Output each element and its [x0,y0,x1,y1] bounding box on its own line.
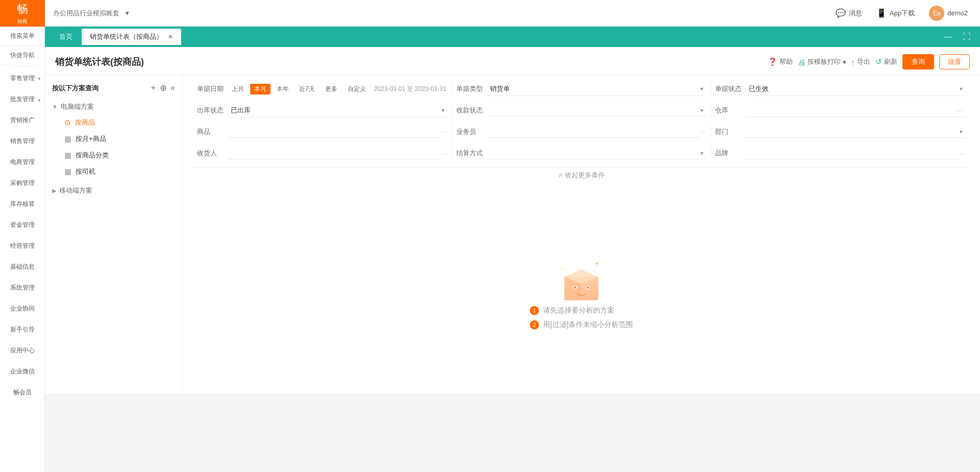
date-range-text: 2023-03-01 至 2023-03-31 [374,85,446,93]
tabbar-controls: — ⛶ [941,30,974,44]
date-pill-custom[interactable]: 自定义 [344,84,370,95]
collapse-filters-button[interactable]: ∧ 收起更多条件 [193,167,970,183]
pc-section-header[interactable]: ▼ 电脑端方案 [45,99,182,114]
date-pill-7days[interactable]: 近7天 [295,84,319,95]
date-pill-thisyear[interactable]: 本年 [273,84,293,95]
empty-state: ✦ ✦ 1 请先选择要分析的方案 2 用[过滤]条件来缩小分析范围 [183,189,980,393]
sidebar-item-quicknav[interactable]: 快捷导航 [0,46,44,65]
scheme-by-driver[interactable]: ▦ 按司机 [45,163,182,180]
scheme-by-category[interactable]: ▦ 按商品分类 [45,147,182,163]
warehouse-dots[interactable]: ··· [957,106,963,114]
sidebar-item-wechat[interactable]: 企业微信 [0,361,44,382]
doc-type-dropdown[interactable]: 销货单 ▾ [487,82,707,96]
sidebar-item-wholesale[interactable]: 批发管理 [0,89,44,110]
empty-tip-1: 1 请先选择要分析的方案 [530,306,633,315]
sidebar-item-member[interactable]: 畅会员 [0,382,44,403]
tab-home[interactable]: 首页 [51,29,81,45]
salesperson-input[interactable] [487,126,701,138]
department-dropdown[interactable]: ▾ [746,126,966,138]
brand-dots[interactable]: ··· [960,149,966,157]
svg-point-5 [574,286,576,289]
sidebar-item-search[interactable]: 搜索菜单 [0,27,44,46]
consignee-dots[interactable]: ··· [442,149,448,157]
empty-illustration: ✦ ✦ [556,253,607,306]
date-pill-more[interactable]: 更多 [321,84,341,95]
page-body: 按以下方案查询 + ⊕ « ▼ 电脑端方案 ⊙ [45,75,980,393]
pc-section-title: 电脑端方案 [61,102,94,111]
brand-input[interactable] [746,147,960,159]
tab-home-label: 首页 [59,32,72,41]
minimize-button[interactable]: — [941,30,955,44]
sidebar-item-system[interactable]: 系统管理 [0,277,44,298]
query-button[interactable]: 查询 [902,54,934,69]
settings-button[interactable]: 设置 [939,54,970,69]
tab-sales-stats[interactable]: 销货单统计表（按商品） ✕ [82,29,181,45]
doc-type-arrow: ▾ [700,85,703,92]
svg-text:✦: ✦ [594,260,600,268]
add-scheme-icon[interactable]: + [151,83,156,93]
sidebar-item-marketing[interactable]: 营销推广 [0,110,44,131]
pc-toggle-icon: ▼ [52,104,58,110]
sidebar-item-ecommerce[interactable]: 电商管理 [0,152,44,173]
sidebar-item-inventory[interactable]: 库存核算 [0,194,44,215]
sidebar-item-apps[interactable]: 应用中心 [0,340,44,361]
tip-text-1: 请先选择要分析的方案 [543,306,615,315]
product-dots[interactable]: ··· [442,128,448,136]
print-icon: 🖨 [798,58,805,66]
collapse-panel-icon[interactable]: « [170,83,175,93]
export-button[interactable]: ↑ 导出 [851,57,871,66]
payment-status-label: 收款状态 [456,106,487,115]
filter-row-4: 收货人 ··· 结算方式 ▾ [193,146,970,161]
warehouse-status-dropdown[interactable]: 已出库 ▾ [228,104,448,117]
empty-tips: 1 请先选择要分析的方案 2 用[过滤]条件来缩小分析范围 [530,306,633,329]
settlement-dropdown[interactable]: ▾ [487,148,707,159]
app-download-button[interactable]: 📱 App下载 [872,6,919,20]
doc-status-dropdown[interactable]: 已生效 ▾ [746,82,966,96]
settlement-filter: 结算方式 ▾ [452,148,711,159]
tab-close-icon[interactable]: ✕ [168,33,173,40]
warehouse-status-label: 出库状态 [197,106,228,115]
print-label: 按模板打印 [807,57,841,66]
sidebar-item-cooperation[interactable]: 企业协同 [0,298,44,319]
mobile-toggle-icon: ▶ [52,187,56,194]
scheme-by-product[interactable]: ⊙ 按商品 [45,114,182,131]
download-label: App下载 [890,9,915,18]
sidebar-item-retail[interactable]: 零售管理 [0,68,44,89]
app-dropdown[interactable]: ▾ [126,9,129,17]
sidebar-item-guide[interactable]: 新手引导 [0,319,44,340]
print-button[interactable]: 🖨 按模板打印 ▾ [798,57,846,66]
payment-status-dropdown[interactable]: ▾ [487,105,707,116]
salesperson-filter: 业务员 ··· [452,126,711,138]
edit-scheme-icon[interactable]: ⊕ [160,83,166,93]
help-button[interactable]: ❓ 帮助 [768,57,793,66]
refresh-button[interactable]: ↺ 刷新 [875,57,897,66]
message-button[interactable]: 💬 消息 [831,6,866,20]
filter-row-1: 单据日期 上月 本月 本年 近7天 更多 自定义 2023-03-01 至 20… [193,81,970,97]
doc-status-arrow: ▾ [960,85,963,92]
maximize-button[interactable]: ⛶ [960,30,974,44]
mobile-section-header[interactable]: ▶ 移动端方案 [45,183,182,198]
warehouse-dropdown[interactable]: ··· [746,104,966,117]
product-input[interactable] [228,126,442,138]
message-icon: 💬 [836,8,846,18]
sidebar-item-basics[interactable]: 基础信息 [0,256,44,277]
consignee-input[interactable] [228,147,442,159]
scheme-by-month-product[interactable]: ▦ 按月+商品 [45,131,182,147]
print-dropdown-icon[interactable]: ▾ [843,58,846,66]
message-label: 消息 [849,9,862,18]
warehouse-status-value: 已出库 [231,106,439,115]
sidebar-item-finance[interactable]: 资金管理 [0,215,44,235]
date-pill-thismonth[interactable]: 本月 [250,84,271,95]
doc-status-filter: 单据状态 已生效 ▾ [711,82,970,96]
divider [9,66,35,67]
sidebar-item-sales[interactable]: 销售管理 [0,131,44,152]
date-pill-lastmonth[interactable]: 上月 [228,84,248,95]
user-area[interactable]: Ea demo2 [925,4,972,23]
salesperson-dots[interactable]: ··· [701,128,707,136]
query-panel-actions: + ⊕ « [151,83,175,93]
sidebar-item-operations[interactable]: 经营管理 [0,235,44,256]
consignee-filter: 收货人 ··· [193,147,452,159]
scheme-label: 按商品 [75,118,95,127]
sidebar-item-purchase[interactable]: 采购管理 [0,173,44,194]
salesperson-label: 业务员 [456,127,487,136]
